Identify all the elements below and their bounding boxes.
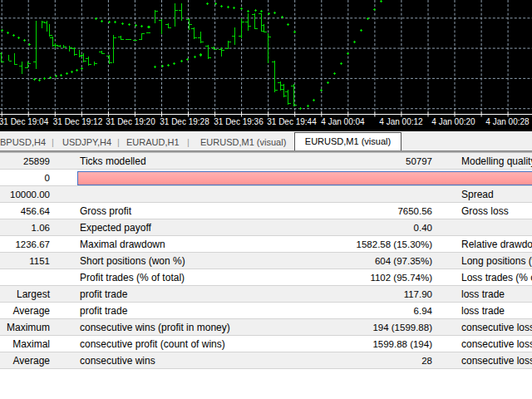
- svg-text:4 Jan 00:12: 4 Jan 00:12: [379, 117, 423, 126]
- svg-text:31 Dec 19:12: 31 Dec 19:12: [53, 117, 103, 126]
- svg-text:4 Jan 00:28: 4 Jan 00:28: [485, 117, 530, 126]
- svg-text:31 Dec 19:04: 31 Dec 19:04: [0, 117, 49, 126]
- svg-text:31 Dec 19:36: 31 Dec 19:36: [214, 117, 264, 126]
- svg-text:31 Dec 19:28: 31 Dec 19:28: [160, 117, 209, 126]
- svg-text:31 Dec 19:44: 31 Dec 19:44: [267, 117, 317, 126]
- svg-text:4 Jan 00:20: 4 Jan 00:20: [431, 117, 475, 126]
- svg-text:31 Dec 19:20: 31 Dec 19:20: [106, 117, 155, 126]
- svg-text:4 Jan 00:04: 4 Jan 00:04: [321, 117, 365, 126]
